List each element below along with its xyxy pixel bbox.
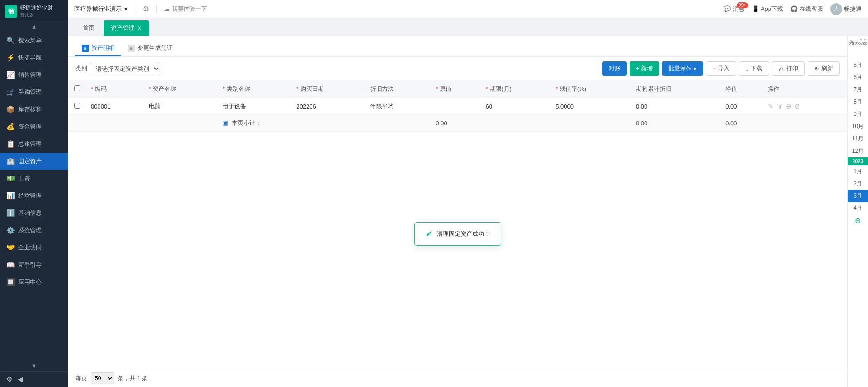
sidebar-scroll-down[interactable]: ▼: [0, 361, 68, 371]
sidebar-item-purchase[interactable]: 🛒 采购管理: [0, 84, 68, 101]
online-service-btn[interactable]: 🎧 在线客服: [790, 5, 823, 13]
th-code: 编码: [86, 80, 144, 98]
th-initial-dep: 期初累计折旧: [631, 80, 721, 98]
assets-table: 编码 资产名称 类别名称 购买日期 折旧方法 原值 期限(月) 残值率(%) 期…: [68, 80, 847, 132]
cal-month-5[interactable]: 5月: [848, 59, 868, 71]
batch-dropdown-icon: ▾: [694, 65, 697, 72]
delete-icon[interactable]: 🗑: [776, 102, 783, 110]
cal-month-2[interactable]: 2月: [848, 178, 868, 190]
company-name: 医疗器械行业演示: [74, 5, 122, 13]
sidebar-item-basic-info[interactable]: ℹ️ 基础信息: [0, 204, 68, 222]
table-container: 编码 资产名称 类别名称 购买日期 折旧方法 原值 期限(月) 残值率(%) 期…: [68, 80, 847, 387]
cal-month-8[interactable]: 8月: [848, 96, 868, 108]
download-icon: 📱: [752, 5, 759, 12]
cal-year-2023: 2023: [848, 157, 868, 165]
sidebar-item-system[interactable]: ⚙️ 系统管理: [0, 222, 68, 239]
payroll-icon: 💵: [6, 174, 15, 183]
app-subtitle: 普及版: [20, 12, 53, 18]
sidebar-item-finance[interactable]: 💰 资金管理: [0, 118, 68, 135]
topbar: 医疗器械行业演示 ▾ ⚙ ☁ 我要体验一下 💬 消息 99+ 📱 App下载 🎧…: [68, 0, 868, 18]
cal-month-1[interactable]: 1月: [848, 165, 868, 178]
operations-icon: 📊: [6, 192, 15, 200]
download-btn[interactable]: ↓ 下载: [739, 61, 769, 76]
ledger-icon: 📋: [6, 140, 15, 148]
total-text: 条，共 1 条: [118, 374, 148, 382]
row-code: 000001: [86, 98, 144, 115]
sidebar-item-inventory[interactable]: 📦 库存核算: [0, 101, 68, 118]
sidebar-item-payroll[interactable]: 💵 工资: [0, 170, 68, 187]
copy-icon[interactable]: ⊕: [786, 102, 792, 110]
add-btn[interactable]: + 新增: [630, 61, 659, 76]
cal-month-3[interactable]: 3月: [848, 190, 868, 202]
sub-tab-asset-detail[interactable]: ≡ 资产明细: [75, 41, 121, 56]
cal-month-10[interactable]: 10月: [848, 120, 868, 133]
per-page-label: 每页: [75, 374, 87, 382]
sidebar-item-quicknav[interactable]: ⚡ 快捷导航: [0, 49, 68, 66]
main-content: ≡ 资产明细 ≡ 变更生成凭证 类别 请选择固定资产类别: [68, 36, 847, 387]
content-area: ≡ 资产明细 ≡ 变更生成凭证 类别 请选择固定资产类别: [68, 36, 868, 387]
app-download-btn[interactable]: 📱 App下载: [752, 5, 783, 13]
sidebar-item-guide[interactable]: 📖 新手引导: [0, 256, 68, 273]
th-period: 期限(月): [481, 80, 551, 98]
change-voucher-icon: ≡: [128, 45, 135, 52]
basic-info-icon: ℹ️: [6, 209, 15, 217]
app-title: 畅捷通好业财: [20, 5, 53, 12]
collapse-sidebar-icon[interactable]: ◀: [18, 375, 23, 383]
sidebar-nav: 🔍 搜索菜单 ⚡ 快捷导航 📈 销售管理 🛒 采购管理 📦 库存核算 💰 资金管…: [0, 32, 68, 361]
print-icon: 🖨: [779, 65, 784, 72]
row-checkbox[interactable]: [74, 103, 80, 109]
row-residual-rate: 5.0000: [551, 98, 631, 115]
import-btn[interactable]: ↑ 导入: [706, 61, 736, 76]
category-select[interactable]: 请选择固定资产类别: [90, 62, 160, 75]
sidebar-item-fixed-assets[interactable]: 🏢 固定资产: [0, 153, 68, 170]
user-btn[interactable]: 人 畅捷通: [830, 3, 862, 15]
messages-btn[interactable]: 💬 消息 99+: [724, 5, 744, 13]
cal-add-icon[interactable]: ⊕: [855, 216, 861, 225]
cal-month-4[interactable]: 4月: [848, 202, 868, 214]
batch-ops-btn[interactable]: 批量操作 ▾: [662, 61, 703, 76]
sidebar-item-operations[interactable]: 📊 经营管理: [0, 187, 68, 204]
app-center-icon: 🔲: [6, 278, 15, 286]
refresh-btn[interactable]: ↻ 刷新: [808, 61, 840, 76]
cal-month-9[interactable]: 9月: [848, 108, 868, 120]
row-purchase-date: 202206: [292, 98, 365, 115]
panel-close-icon[interactable]: ✕: [849, 38, 855, 45]
purchase-icon: 🛒: [6, 88, 15, 96]
cal-month-12[interactable]: 12月: [848, 145, 868, 157]
collab-icon: 🤝: [6, 243, 15, 252]
th-name: 资产名称: [144, 80, 218, 98]
refresh-icon: ↻: [814, 65, 819, 72]
home-tab-label: 首页: [83, 24, 94, 32]
subtotal-net: 0.00: [721, 115, 763, 132]
select-all-checkbox[interactable]: [74, 85, 80, 91]
sidebar-scroll-up[interactable]: ▲: [0, 21, 68, 32]
panel-expand-icon[interactable]: ⛶: [860, 38, 866, 45]
per-page-select[interactable]: 50 10 20 100: [91, 372, 114, 384]
tabs-row: 首页 资产管理 ✕: [68, 18, 868, 36]
experience-btn[interactable]: ☁ 我要体验一下: [164, 5, 207, 13]
toolbar: 类别 请选择固定资产类别 对账 + 新增 批量操作 ▾: [68, 57, 847, 80]
tab-asset-management[interactable]: 资产管理 ✕: [104, 20, 149, 36]
toast-message: 清理固定资产成功！: [437, 230, 490, 238]
sidebar-item-search[interactable]: 🔍 搜索菜单: [0, 32, 68, 49]
headset-icon: 🎧: [790, 5, 798, 12]
cal-month-11[interactable]: 11月: [848, 133, 868, 145]
quicknav-icon: ⚡: [6, 54, 15, 62]
sidebar-item-app-center[interactable]: 🔲 应用中心: [0, 273, 68, 291]
company-selector[interactable]: 医疗器械行业演示 ▾: [74, 5, 128, 13]
sidebar-item-collab[interactable]: 🤝 企业协同: [0, 239, 68, 256]
tab-home[interactable]: 首页: [75, 20, 102, 36]
edit-icon[interactable]: ✎: [768, 102, 774, 110]
reconcile-btn[interactable]: 对账: [602, 61, 627, 76]
print-btn[interactable]: 🖨 打印: [772, 61, 805, 76]
cal-month-7[interactable]: 7月: [848, 84, 868, 96]
row-category: 电子设备: [218, 98, 292, 115]
topbar-settings-icon[interactable]: ⚙: [143, 5, 149, 13]
sub-tab-change-voucher[interactable]: ≡ 变更生成凭证: [121, 41, 179, 56]
settings-footer-icon[interactable]: ⚙: [6, 375, 12, 383]
tab-close-icon[interactable]: ✕: [137, 25, 142, 31]
sidebar-item-ledger[interactable]: 📋 总账管理: [0, 135, 68, 153]
cal-month-6[interactable]: 6月: [848, 71, 868, 84]
sidebar-item-sales[interactable]: 📈 销售管理: [0, 66, 68, 84]
more-icon[interactable]: ⊘: [794, 102, 800, 110]
